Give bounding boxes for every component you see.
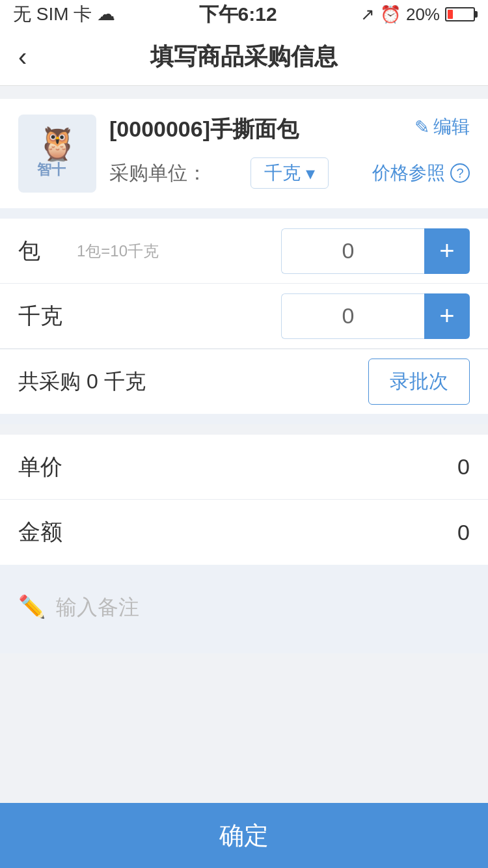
status-left: 无 SIM 卡 ☁ — [13, 2, 115, 27]
status-right: ↗ ⏰ 20% — [360, 5, 475, 25]
unit-value: 千克 — [264, 161, 301, 185]
price-ref-help-icon: ? — [450, 163, 470, 183]
record-batch-button[interactable]: 录批次 — [368, 359, 470, 405]
alarm-icon: ⏰ — [380, 5, 401, 25]
unit-price-row: 单价 0 — [0, 435, 488, 500]
section-divider-3 — [0, 565, 488, 575]
edit-label: 编辑 — [433, 115, 470, 139]
edit-icon: ✎ — [414, 116, 429, 138]
amount-value: 0 — [457, 520, 470, 545]
kg-quantity-input[interactable] — [281, 293, 424, 339]
product-info: [0000006]手撕面包 ✎ 编辑 采购单位： 千克 ▾ 价格参照 ? — [109, 115, 470, 189]
status-time: 下午6:12 — [199, 1, 277, 28]
sim-text: 无 SIM 卡 ☁ — [13, 2, 115, 27]
remark-section[interactable]: ✏️ 输入备注 — [0, 575, 488, 653]
unit-price-label: 单价 — [18, 452, 62, 482]
unit-label: 采购单位： — [109, 160, 207, 187]
product-image: 🦉 智十 — [18, 115, 96, 193]
bag-input-row: 包 1包=10千克 + — [0, 219, 488, 284]
total-label: 共采购 0 千克 — [18, 368, 146, 396]
product-card: 🦉 智十 [0000006]手撕面包 ✎ 编辑 采购单位： 千克 ▾ 价格参照 — [0, 99, 488, 208]
unit-price-value: 0 — [457, 454, 470, 480]
battery-percent: 20% — [406, 5, 440, 25]
location-icon: ↗ — [360, 5, 375, 25]
bag-plus-button[interactable]: + — [424, 228, 470, 274]
amount-label: 金额 — [18, 517, 62, 547]
total-row: 共采购 0 千克 录批次 — [0, 349, 488, 414]
nav-bar: ‹ 填写商品采购信息 — [0, 29, 488, 86]
bag-sub-label: 1包=10千克 — [77, 241, 159, 262]
page-title: 填写商品采购信息 — [150, 41, 338, 73]
remark-placeholder: 输入备注 — [56, 593, 139, 622]
status-bar: 无 SIM 卡 ☁ 下午6:12 ↗ ⏰ 20% — [0, 0, 488, 29]
price-section: 单价 0 金额 0 — [0, 435, 488, 565]
battery-icon — [445, 7, 475, 21]
product-brand: 智十 — [37, 160, 77, 180]
amount-row: 金额 0 — [0, 500, 488, 565]
kg-plus-button[interactable]: + — [424, 293, 470, 339]
unit-select[interactable]: 千克 ▾ — [251, 157, 329, 189]
bag-label: 包 — [18, 236, 70, 266]
section-divider-1 — [0, 208, 488, 219]
confirm-button[interactable]: 确定 — [0, 803, 488, 868]
bag-quantity-input[interactable] — [281, 228, 424, 274]
product-name: [0000006]手撕面包 — [109, 115, 299, 144]
kg-label: 千克 — [18, 301, 70, 331]
product-owl-icon: 🦉 — [37, 128, 77, 160]
back-button[interactable]: ‹ — [18, 42, 27, 72]
kg-input-row: 千克 + — [0, 284, 488, 349]
dropdown-icon: ▾ — [306, 163, 315, 184]
section-divider-2 — [0, 414, 488, 424]
price-ref-label: 价格参照 — [372, 161, 445, 185]
pencil-icon: ✏️ — [18, 593, 46, 619]
price-ref-button[interactable]: 价格参照 ? — [372, 161, 470, 185]
input-section: 包 1包=10千克 + 千克 + — [0, 219, 488, 349]
edit-button[interactable]: ✎ 编辑 — [414, 115, 470, 139]
